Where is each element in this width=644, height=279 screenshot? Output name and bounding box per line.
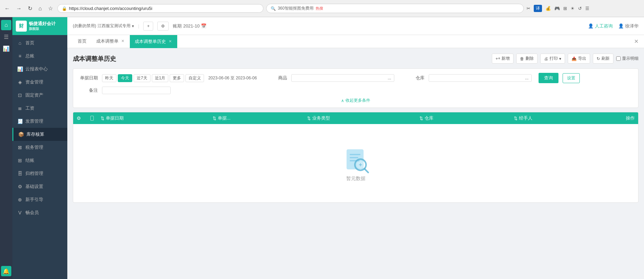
sidebar-item-finance[interactable]: ◈ 资金管理 (12, 76, 67, 89)
sidebar-item-reports[interactable]: 📊 云报表中心 (12, 63, 67, 76)
ssl-icon: 🔒 (62, 6, 67, 11)
th-checkbox[interactable] (87, 113, 97, 123)
icon-bar-chart[interactable]: 📊 (1, 43, 11, 54)
date-filter-buttons: 昨天 今天 近7天 近1月 更多 自定义 (102, 74, 204, 82)
calendar-icon[interactable]: 📅 (201, 23, 206, 29)
sidebar-item-close[interactable]: ⊞ 结账 (12, 154, 67, 167)
th-type[interactable]: ⇅ 业务类型 (304, 112, 416, 124)
sidebar-label-member: 畅会员 (25, 210, 39, 216)
table-empty-state: 暂元数据 (73, 124, 638, 202)
cut-icon[interactable]: ✂ (527, 6, 530, 11)
menu-icon[interactable]: ☰ (585, 6, 589, 11)
collapse-row: ∧ 收起更多条件 (79, 98, 633, 103)
th-settings[interactable]: ⚙ (73, 113, 87, 124)
sidebar-item-assets[interactable]: ⊡ 固定资产 (12, 89, 67, 102)
collapse-icon: ∧ (341, 98, 344, 103)
sidebar-item-inventory[interactable]: 📦 库存核算 (12, 128, 67, 141)
address-bar[interactable]: 🔒 https://cloud.chanjet.com/accounting/u… (57, 4, 263, 13)
sidebar-nav: ⌂ 首页 ≡ 总账 📊 云报表中心 ◈ 资金管理 ⊡ 固定资产 ≣ 工资 (12, 35, 67, 279)
tab-home[interactable]: 首页 (73, 35, 91, 48)
sidebar: 财 畅捷通好会计 旗舰版 ⌂ 首页 ≡ 总账 📊 云报表中心 ◈ 资金管理 (12, 17, 67, 279)
company-selector[interactable]: (勿删勿禁用) 江西服宝测试专用 ▾ (73, 23, 134, 29)
topbar: (勿删勿禁用) 江西服宝测试专用 ▾ | + ⚙ 账期 2021-10 📅 👤 … (67, 17, 644, 35)
goods-filter-select[interactable]: ... (291, 74, 394, 82)
user-menu[interactable]: 👤 徐泽华 (618, 23, 639, 29)
sidebar-item-ledger[interactable]: ≡ 总账 (12, 49, 67, 63)
sidebar-item-payroll[interactable]: ≣ 工资 (12, 102, 67, 115)
user-name: 徐泽华 (625, 23, 639, 29)
date-custom-btn[interactable]: 自定义 (185, 74, 204, 82)
divider-1: | (138, 23, 139, 29)
refresh-button[interactable]: ↻ (26, 4, 34, 12)
query-button[interactable]: 查询 (539, 73, 558, 83)
th-no[interactable]: ⇅ 单据... (209, 112, 304, 124)
date-7days-btn[interactable]: 近7天 (134, 74, 150, 82)
print-dropdown-icon: ▾ (559, 56, 561, 61)
date-more-btn[interactable]: 更多 (170, 74, 184, 82)
sidebar-item-member[interactable]: V 畅会员 (12, 206, 67, 219)
service-link[interactable]: 👤 人工咨询 (588, 23, 613, 29)
bookmark-button[interactable]: ☆ (46, 4, 55, 12)
th-date[interactable]: ⇅ 单据日期 (97, 112, 209, 124)
wallet-icon[interactable]: 💰 (545, 6, 551, 11)
browser-chrome: ← → ↻ ⌂ ☆ 🔒 https://cloud.chanjet.com/ac… (0, 0, 644, 17)
theme-icon[interactable]: ☀ (570, 6, 575, 11)
game-icon[interactable]: 🎮 (554, 6, 560, 11)
svg-rect-1 (350, 154, 361, 155)
grid-icon[interactable]: ⊞ (563, 6, 567, 11)
date-today-btn[interactable]: 今天 (118, 74, 132, 82)
app-container: ⌂ ☰ 📊 🔔 财 畅捷通好会计 旗舰版 ⌂ 首页 ≡ 总账 📊 云报表中心 (0, 17, 644, 279)
sidebar-item-invoice[interactable]: 🧾 发票管理 (12, 115, 67, 128)
translate-icon[interactable]: 译 (534, 5, 542, 12)
date-filter-label: 单据日期 (79, 75, 98, 81)
tab-cost-adjust-close[interactable]: ✕ (121, 39, 125, 43)
th-action: 操作 (622, 112, 638, 124)
sidebar-item-settings[interactable]: ⚙ 基础设置 (12, 180, 67, 193)
icon-bar-menu[interactable]: ☰ (1, 32, 11, 42)
forward-button[interactable]: → (14, 5, 23, 12)
collapse-text: 收起更多条件 (346, 98, 370, 103)
sidebar-item-archive[interactable]: 🗄 归档管理 (12, 167, 67, 180)
refresh-button[interactable]: ↻ 刷新 (593, 54, 613, 64)
goods-filter-label: 商品 (268, 75, 287, 81)
tab-cost-adjust-history[interactable]: 成本调整单历史 ✕ (130, 35, 177, 48)
print-button[interactable]: 🖨 打印 ▾ (540, 54, 565, 64)
empty-image (340, 145, 371, 176)
display-detail-checkbox[interactable] (616, 56, 621, 61)
period-label: 账期 (173, 23, 182, 29)
collapse-button[interactable]: ∧ 收起更多条件 (341, 98, 370, 103)
sidebar-item-tax[interactable]: ⊠ 税务管理 (12, 141, 67, 154)
tab-cost-adjust[interactable]: 成本调整单 ✕ (91, 35, 130, 48)
guide-icon: ⊕ (17, 197, 23, 202)
th-handler[interactable]: ⇅ 经手人 (510, 112, 622, 124)
back-button[interactable]: ← (3, 5, 12, 12)
sidebar-item-guide[interactable]: ⊕ 新手引导 (12, 193, 67, 206)
add-company-button[interactable]: + (143, 22, 153, 31)
company-note: (勿删勿禁用) (73, 23, 96, 29)
tab-cost-adjust-history-close[interactable]: ✕ (168, 39, 172, 44)
select-all-checkbox[interactable] (90, 116, 94, 121)
date-1month-btn[interactable]: 近1月 (152, 74, 169, 82)
ledger-icon: ≡ (17, 53, 23, 59)
sidebar-label-guide: 新手引导 (25, 197, 43, 203)
remark-label: 备注 (79, 87, 98, 93)
hot-label: 热搜 (316, 6, 323, 11)
display-detail-label[interactable]: 显示明细 (616, 56, 639, 62)
home-button[interactable]: ⌂ (37, 5, 44, 12)
sort-icon-type: ⇅ (307, 116, 311, 121)
th-warehouse[interactable]: ⇅ 仓库 (416, 112, 510, 124)
icon-bar-home[interactable]: ⌂ (1, 20, 11, 30)
warehouse-filter-select[interactable]: ... (429, 74, 532, 82)
company-settings-button[interactable]: ⚙ (157, 22, 169, 31)
add-button[interactable]: + + 新增 (492, 54, 513, 64)
undo-icon[interactable]: ↺ (578, 6, 582, 11)
add-icon: + (496, 56, 498, 61)
sidebar-item-home[interactable]: ⌂ 首页 (12, 36, 67, 49)
delete-button[interactable]: 🗑 删除 (516, 54, 538, 64)
settings-button[interactable]: 设置 (563, 73, 580, 83)
export-button[interactable]: 📤 导出 (568, 54, 590, 64)
tab-close-all[interactable]: ✕ (634, 38, 639, 45)
date-yesterday-btn[interactable]: 昨天 (102, 74, 116, 82)
icon-bar-notification[interactable]: 🔔 (1, 266, 11, 276)
remark-input[interactable] (102, 87, 171, 94)
